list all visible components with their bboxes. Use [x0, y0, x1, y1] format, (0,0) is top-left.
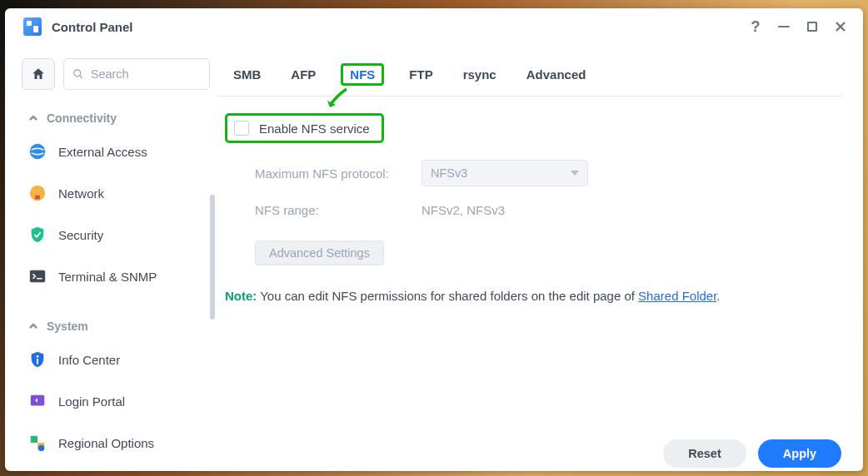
regional-icon — [28, 434, 47, 452]
max-protocol-select: NFSv3 — [422, 160, 588, 186]
tab-label: NFS — [350, 67, 375, 82]
tab-nfs[interactable]: NFS — [341, 63, 384, 86]
sidebar-item-security[interactable]: Security — [22, 218, 210, 251]
nfs-note: Note: You can edit NFS permissions for s… — [225, 287, 841, 305]
enable-nfs-checkbox[interactable] — [234, 121, 249, 136]
svg-rect-8 — [31, 436, 37, 443]
search-input[interactable] — [91, 67, 201, 81]
tab-smb[interactable]: SMB — [228, 64, 266, 85]
max-protocol-row: Maximum NFS protocol: NFSv3 — [225, 160, 841, 186]
control-panel-window: Control Panel ? Connectivity — [5, 8, 863, 471]
note-suffix: . — [716, 289, 720, 303]
svg-point-0 — [74, 70, 81, 77]
sidebar-item-label: Login Portal — [58, 394, 125, 409]
search-field[interactable] — [63, 58, 210, 90]
nfs-range-label: NFS range: — [255, 203, 422, 217]
terminal-icon — [28, 267, 47, 285]
section-connectivity-header[interactable]: Connectivity — [28, 112, 210, 125]
titlebar: Control Panel ? — [5, 8, 863, 45]
portal-icon — [28, 392, 47, 410]
search-icon — [72, 67, 84, 81]
chevron-up-icon — [28, 321, 38, 331]
tab-ftp[interactable]: FTP — [404, 64, 437, 85]
section-system-header[interactable]: System — [28, 320, 210, 333]
select-value: NFSv3 — [431, 166, 467, 180]
enable-nfs-row[interactable]: Enable NFS service — [225, 113, 384, 143]
close-button[interactable] — [826, 12, 855, 41]
shield-icon — [28, 226, 47, 244]
sidebar-item-label: Info Center — [58, 353, 120, 367]
enable-nfs-label: Enable NFS service — [259, 121, 370, 136]
tab-advanced[interactable]: Advanced — [521, 64, 591, 85]
network-icon — [28, 184, 47, 202]
app-icon — [23, 17, 42, 36]
info-icon — [28, 350, 47, 369]
footer: Reset Apply — [217, 426, 863, 471]
tab-content: Enable NFS service Maximum NFS protocol:… — [217, 97, 863, 426]
nfs-range-row: NFS range: NFSv2, NFSv3 — [225, 203, 841, 217]
sidebar-scrollbar[interactable] — [210, 195, 215, 444]
sidebar-item-external-access[interactable]: External Access — [22, 135, 210, 168]
chevron-up-icon — [28, 113, 38, 123]
sidebar-item-notification[interactable]: Notification — [22, 468, 210, 471]
sidebar-item-terminal-snmp[interactable]: Terminal & SNMP — [22, 260, 210, 293]
globe-icon — [28, 142, 47, 161]
svg-point-1 — [30, 144, 45, 159]
sidebar-item-label: External Access — [58, 145, 147, 159]
note-prefix: Note: — [225, 289, 257, 303]
note-body: You can edit NFS permissions for shared … — [257, 289, 638, 303]
svg-point-10 — [38, 445, 44, 451]
sidebar-item-regional-options[interactable]: Regional Options — [22, 426, 210, 459]
chevron-down-icon — [571, 171, 579, 176]
help-button[interactable]: ? — [741, 12, 770, 41]
maximize-button[interactable] — [798, 12, 826, 41]
sidebar-item-label: Security — [58, 228, 103, 242]
svg-point-5 — [37, 355, 39, 358]
sidebar-item-login-portal[interactable]: Login Portal — [22, 384, 210, 418]
tab-afp[interactable]: AFP — [286, 64, 321, 85]
window-title: Control Panel — [52, 20, 133, 34]
apply-button[interactable]: Apply — [758, 439, 841, 468]
home-button[interactable] — [22, 58, 55, 90]
sidebar-item-label: Regional Options — [58, 436, 154, 450]
main-panel: SMB AFP NFS FTP rsync Advanced Enable NF… — [217, 45, 863, 471]
svg-rect-4 — [30, 270, 45, 283]
section-label: Connectivity — [47, 112, 117, 125]
svg-rect-3 — [35, 196, 40, 200]
max-protocol-label: Maximum NFS protocol: — [255, 166, 422, 181]
tab-bar: SMB AFP NFS FTP rsync Advanced — [217, 45, 843, 97]
sidebar: Connectivity External Access Network Sec… — [5, 45, 217, 471]
shared-folder-link[interactable]: Shared Folder — [638, 289, 716, 303]
tab-rsync[interactable]: rsync — [458, 64, 501, 85]
sidebar-item-network[interactable]: Network — [22, 176, 210, 210]
sidebar-item-info-center[interactable]: Info Center — [22, 343, 210, 376]
minimize-button[interactable] — [770, 12, 798, 41]
advanced-settings-button: Advanced Settings — [255, 240, 384, 265]
reset-button[interactable]: Reset — [663, 439, 746, 468]
sidebar-item-label: Network — [58, 186, 104, 201]
section-label: System — [47, 320, 88, 333]
svg-rect-6 — [37, 359, 38, 364]
nfs-range-value: NFSv2, NFSv3 — [422, 203, 505, 217]
sidebar-item-label: Terminal & SNMP — [58, 270, 157, 284]
